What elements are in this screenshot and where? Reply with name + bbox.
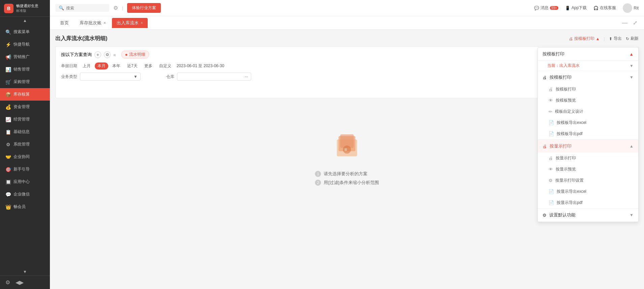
- sidebar-item-label-search: 搜索菜单: [13, 29, 30, 35]
- app-download-icon: 📱: [565, 6, 570, 10]
- sidebar-item-label-member: 畅会员: [13, 204, 26, 210]
- sidebar-item-finance[interactable]: 💰 资金管理: [0, 101, 50, 113]
- app-download-btn[interactable]: 📱 App下载: [565, 5, 587, 11]
- dropdown-item-display-preview[interactable]: 👁 按显示预览: [538, 164, 638, 175]
- collapse-nav-icon[interactable]: ◀▶: [16, 279, 24, 286]
- page-actions: 🖨 按模板打印 ▲ | ⬆ 导出 ↻ 刷新: [569, 36, 639, 42]
- sidebar-item-wechat[interactable]: 💬 企业微信: [0, 188, 50, 201]
- tab-batch-close[interactable]: ×: [104, 21, 106, 25]
- date-tab-current_month[interactable]: 本月: [95, 62, 108, 70]
- tab-home[interactable]: 首页: [55, 18, 74, 28]
- sidebar-item-search[interactable]: 🔍 搜索菜单: [0, 26, 50, 38]
- sidebar-item-operations[interactable]: 📈 经营管理: [0, 113, 50, 126]
- tabs-bar: 首页 库存批次账 × 出入库流水 × — ⤢: [50, 16, 644, 30]
- print-template-btn[interactable]: 🖨 按模板打印 ▲: [569, 36, 600, 42]
- template-print-icon: 🖨: [543, 75, 547, 80]
- user-avatar-area[interactable]: Rit: [623, 3, 639, 13]
- scroll-up-btn[interactable]: ▲: [0, 17, 50, 24]
- search-box[interactable]: 🔍: [55, 4, 109, 12]
- sidebar-item-inventory[interactable]: 📦 库存核算: [0, 88, 50, 101]
- filter-add-btn[interactable]: +: [94, 51, 101, 58]
- dropdown-item-display-excel[interactable]: 📄 按显示导出excel: [538, 186, 638, 197]
- dropdown-item-template-pdf[interactable]: 📄 按模板导出pdf: [538, 128, 638, 139]
- tab-batch[interactable]: 库存批次账 ×: [75, 18, 111, 28]
- marketing-icon: 📢: [5, 54, 11, 60]
- filter-label: 按以下方案查询: [61, 52, 92, 58]
- topbar-gear-icon[interactable]: ⚙: [113, 5, 118, 11]
- sidebar-item-label-wechat: 企业微信: [13, 191, 30, 197]
- sidebar-item-enterprise[interactable]: 🤝 企业协同: [0, 151, 50, 163]
- dropdown-item-display-pdf[interactable]: 📄 按显示导出pdf: [538, 197, 638, 208]
- sidebar-nav: 🔍 搜索菜单 ⚡ 快捷导航 📢 营销推广 📊 销售管理 🛒 采购管理 📦 库存核…: [0, 24, 50, 268]
- tab-flow-close[interactable]: ×: [141, 21, 143, 25]
- date-tab-prev_month[interactable]: 上月: [80, 62, 93, 70]
- dropdown-item-template-preview[interactable]: 👁 按模板预览: [538, 95, 638, 106]
- settings-icon[interactable]: ⚙: [5, 279, 10, 286]
- refresh-btn[interactable]: ↻ 刷新: [626, 36, 639, 42]
- main-content: 🔍 ⚙ | 体验行业方案 💬 消息 99+ 📱 App下载 🎧 在线客服 Rit: [50, 0, 644, 289]
- display-pdf-icon: 📄: [549, 200, 554, 205]
- tab-flow[interactable]: 出入库流水 ×: [112, 18, 148, 28]
- refresh-icon: ↻: [626, 36, 629, 41]
- date-tab-last_7[interactable]: 近7天: [124, 62, 140, 70]
- template-excel-icon: 📄: [549, 120, 554, 125]
- date-tabs: 上月本月本年近7天更多自定义: [80, 62, 174, 70]
- sidebar-item-member[interactable]: 👑 畅会员: [0, 201, 50, 213]
- online-service-btn[interactable]: 🎧 在线客服: [593, 5, 616, 11]
- dropdown-item-display-print-settings[interactable]: ⚙ 按显示打印设置: [538, 175, 638, 186]
- trial-btn[interactable]: 体验行业方案: [127, 3, 161, 13]
- search-icon: 🔍: [59, 5, 64, 10]
- date-tab-this_year[interactable]: 本年: [110, 62, 123, 70]
- svg-text:≡: ≡: [344, 147, 347, 152]
- dropdown-section-header-template-print[interactable]: 🖨 按模板打印 ▼: [538, 71, 638, 84]
- sidebar-item-apps[interactable]: 🔲 应用中心: [0, 176, 50, 188]
- biz-type-select[interactable]: ▼: [80, 73, 141, 81]
- dropdown-section-header-display-print[interactable]: 🖨 按显示打印 ▲: [538, 140, 638, 153]
- date-tab-more[interactable]: 更多: [142, 62, 155, 70]
- online-service-icon: 🎧: [593, 6, 598, 10]
- apps-icon: 🔲: [5, 179, 11, 185]
- sidebar-item-newbie[interactable]: 🎯 新手引导: [0, 163, 50, 176]
- warehouse-select[interactable]: ···: [177, 73, 251, 81]
- search-icon: 🔍: [5, 29, 11, 35]
- messages-btn[interactable]: 💬 消息 99+: [534, 5, 558, 11]
- default-settings-icon: ⚙: [543, 213, 547, 218]
- empty-step-1: 1 请先选择要分析的方案: [315, 171, 379, 177]
- system-icon: ⚙: [5, 142, 11, 147]
- sidebar-item-label-purchase: 采购管理: [13, 79, 30, 85]
- tab-maximize-btn[interactable]: ⤢: [632, 20, 639, 26]
- filter-settings-icon[interactable]: ⚙: [104, 51, 111, 58]
- biz-type-filter: 业务类型 ▼: [61, 73, 141, 81]
- export-btn[interactable]: ⬆ 导出: [609, 36, 622, 42]
- sidebar-item-system[interactable]: ⚙ 系统管理: [0, 138, 50, 151]
- display-print-item-icon: 🖨: [549, 156, 553, 161]
- sidebar-item-sales[interactable]: 📊 销售管理: [0, 63, 50, 76]
- dropdown-section-default-settings: ⚙ 设置默认功能 ▼: [538, 209, 638, 222]
- warehouse-more-icon: ···: [245, 74, 248, 79]
- basic-icon: 📋: [5, 129, 11, 135]
- sidebar-item-shortcut[interactable]: ⚡ 快捷导航: [0, 38, 50, 51]
- dropdown-item-display-print-item[interactable]: 🖨 按显示打印: [538, 153, 638, 164]
- scroll-down-btn[interactable]: ▼: [0, 268, 50, 275]
- dropdown-section-header-default-settings[interactable]: ⚙ 设置默认功能 ▼: [538, 209, 638, 221]
- newbie-icon: 🎯: [5, 167, 11, 172]
- filter-tag: ● 流水明细: [121, 51, 149, 58]
- sidebar-item-label-newbie: 新手引导: [13, 166, 30, 172]
- dropdown-section-display-print: 🖨 按显示打印 ▲ 🖨 按显示打印 👁 按显示预览 ⚙ 按显示打印设置 📄 按显…: [538, 140, 638, 209]
- shortcut-icon: ⚡: [5, 42, 11, 47]
- sidebar-item-purchase[interactable]: 🛒 采购管理: [0, 76, 50, 88]
- sidebar-item-marketing[interactable]: 📢 营销推广: [0, 51, 50, 63]
- dropdown-item-template-excel[interactable]: 📄 按模板导出excel: [538, 117, 638, 128]
- filter-collapse-icon[interactable]: «: [113, 52, 116, 57]
- operations-icon: 📈: [5, 117, 11, 122]
- warehouse-label: 仓库: [166, 74, 174, 80]
- search-input[interactable]: [66, 6, 100, 10]
- warehouse-filter: 仓库 ···: [166, 73, 251, 81]
- sidebar-item-basic[interactable]: 📋 基础信息: [0, 126, 50, 138]
- dropdown-item-template-custom[interactable]: ✏ 模板自定义设计: [538, 106, 638, 117]
- date-tab-custom[interactable]: 自定义: [156, 62, 174, 70]
- template-print-arrow: ▼: [630, 75, 634, 80]
- tab-minimize-btn[interactable]: —: [621, 20, 629, 26]
- sidebar-item-label-apps: 应用中心: [13, 179, 30, 185]
- dropdown-item-template-print-item[interactable]: 🖨 按模板打印: [538, 84, 638, 95]
